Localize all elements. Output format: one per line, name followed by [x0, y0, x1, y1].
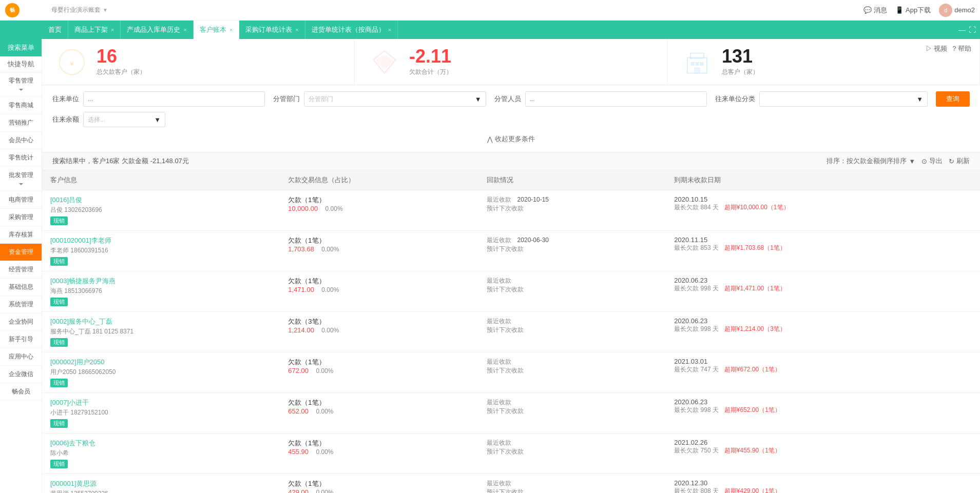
overdue-amount[interactable]: 超期¥10,000.00（1笔）: [724, 204, 790, 211]
tab-bar: 首页 商品上下架 × 产成品入库单历史 × 客户账本 × 采购订单统计表 × 进…: [0, 21, 980, 39]
receipt-info: 最近收款: [487, 277, 658, 285]
stat-info-3: 131 总客户（家）: [722, 47, 759, 76]
filter-row-1: 往来单位 分管部门 分管部门 ▼ 分管人员: [52, 91, 970, 107]
debt-amount[interactable]: 429.00: [288, 488, 309, 493]
sidebar-item-purchase[interactable]: 采购管理: [0, 209, 42, 226]
sidebar-item-member[interactable]: 会员中心: [0, 132, 42, 149]
stat-label-3: 总客户（家）: [722, 68, 759, 76]
tab-purchase-order[interactable]: 采购订单统计表 ×: [239, 21, 305, 39]
debt-percent: 0.00%: [321, 327, 339, 334]
dept-select[interactable]: 分管部门 ▼: [304, 91, 486, 107]
sort-selector[interactable]: 排序：按欠款金额倒序排序 ▼: [827, 156, 915, 166]
sidebar-item-operation[interactable]: 经营管理: [0, 261, 42, 279]
debt-amount[interactable]: 455.90: [288, 448, 309, 456]
refresh-btn[interactable]: ↻ 刷新: [949, 156, 970, 166]
customer-name-link[interactable]: [0007]小进干: [50, 398, 272, 407]
customer-name-link[interactable]: [0001020001]李老师: [50, 236, 272, 245]
category-select[interactable]: ▼: [759, 91, 928, 107]
collapse-btn[interactable]: ⋀ 收起更多条件: [487, 132, 535, 146]
app-download-btn[interactable]: 📱 App下载: [895, 6, 931, 15]
sidebar-item-retail-mgmt[interactable]: 零售管理: [0, 72, 42, 97]
balance-select[interactable]: 选择... ▼: [83, 112, 165, 127]
customer-tag: 现销: [50, 298, 68, 306]
industry-selector[interactable]: 母婴行业演示账套 ▼: [46, 6, 863, 14]
customer-name-link[interactable]: [000001]黄思源: [50, 479, 272, 488]
overdue-amount[interactable]: 超期¥652.00（1笔）: [724, 406, 781, 413]
supplier-input[interactable]: [83, 91, 265, 107]
tab-close-customer-account[interactable]: ×: [229, 27, 233, 33]
sidebar-item-marketing[interactable]: 营销推广: [0, 114, 42, 132]
sidebar-search[interactable]: 搜索菜单: [0, 39, 42, 56]
col-receipt: 回款情况: [478, 170, 666, 190]
overdue-amount[interactable]: 超期¥1,703.68（1笔）: [724, 244, 786, 251]
debt-amount[interactable]: 10,000.00: [288, 205, 318, 212]
debt-amount[interactable]: 1,214.00: [288, 326, 314, 334]
receipt-info: 最近收款: [487, 317, 658, 326]
debt-count: 欠款（3笔）: [288, 317, 470, 326]
debt-amount[interactable]: 1,471.00: [288, 286, 314, 293]
filter-category: 往来单位分类 ▼: [715, 91, 928, 107]
debt-amount[interactable]: 652.00: [288, 407, 309, 415]
customer-sub: 吕俊 13026203696: [50, 206, 272, 214]
next-receipt: 预计下次收款: [487, 447, 658, 456]
building-icon: [683, 48, 712, 76]
overdue-amount[interactable]: 超期¥455.90（1笔）: [724, 447, 781, 454]
main-area: 搜索菜单 快捷导航 零售管理 零售商城 营销推广 会员中心 零售统计 批发: [0, 39, 980, 493]
stat-label-1: 总欠款客户（家）: [97, 68, 146, 76]
tab-product-status[interactable]: 商品上下架 ×: [68, 21, 121, 39]
overdue-days: 最长欠款 750 天: [674, 447, 719, 454]
help-btn[interactable]: ? 帮助: [952, 44, 971, 53]
manager-input[interactable]: [525, 91, 707, 107]
overdue-amount[interactable]: 超期¥1,214.00（3笔）: [724, 325, 786, 332]
next-receipt: 预计下次收款: [487, 285, 658, 294]
content-area: ¥ 16 总欠款客户（家）: [42, 39, 980, 493]
customer-name-link[interactable]: [0006]去下粮仓: [50, 439, 272, 448]
receipt-info: 最近收款: [487, 479, 658, 488]
sidebar-item-basic-info[interactable]: 基础信息: [0, 279, 42, 296]
debt-count: 欠款（1笔）: [288, 358, 470, 367]
sidebar-item-enterprise[interactable]: 企业协同: [0, 313, 42, 331]
customer-name-link[interactable]: [0002]服务中心_丁磊: [50, 317, 272, 326]
sidebar-item-ecommerce[interactable]: 电商管理: [0, 191, 42, 209]
sidebar-item-guide[interactable]: 新手引导: [0, 331, 42, 348]
sidebar-item-app-center[interactable]: 应用中心: [0, 348, 42, 366]
tab-close-purchase-stats[interactable]: ×: [388, 27, 391, 33]
overdue-amount[interactable]: 超期¥1,471.00（1笔）: [724, 285, 786, 292]
tab-production-history[interactable]: 产成品入库单历史 ×: [121, 21, 193, 39]
sidebar-item-batch-mgmt[interactable]: 批发管理: [0, 167, 42, 191]
customer-name-link[interactable]: [0003]畅捷服务尹海燕: [50, 277, 272, 286]
search-button[interactable]: 查询: [936, 91, 970, 107]
export-btn[interactable]: ⊙ 导出: [921, 156, 943, 166]
top-right-actions: 💬 消息 📱 App下载 d demo2: [863, 4, 975, 17]
sidebar-item-vip[interactable]: 畅会员: [0, 383, 42, 401]
debt-amount[interactable]: 1,703.68: [288, 245, 314, 253]
table-row: [0003]畅捷服务尹海燕 海燕 18513066976 现销 欠款（1笔） 1…: [42, 271, 980, 312]
stat-info-2: -2.11 欠款合计（万）: [409, 47, 452, 76]
sidebar-item-retail-mall[interactable]: 零售商城: [0, 97, 42, 114]
tab-close-purchase-order[interactable]: ×: [295, 27, 298, 33]
tab-expand-btn[interactable]: ⛶: [969, 26, 976, 34]
tab-close-production-history[interactable]: ×: [183, 27, 186, 33]
customer-name-link[interactable]: [000002]用户2050: [50, 358, 272, 367]
view-video-btn[interactable]: ▷ 视频: [926, 44, 948, 53]
sidebar-item-retail-stats[interactable]: 零售统计: [0, 149, 42, 167]
debt-amount[interactable]: 672.00: [288, 367, 309, 374]
tab-customer-account[interactable]: 客户账本 ×: [194, 21, 239, 39]
overdue-amount[interactable]: 超期¥672.00（1笔）: [724, 366, 781, 373]
tab-close-product-status[interactable]: ×: [111, 27, 114, 33]
sidebar-item-inventory[interactable]: 库存核算: [0, 226, 42, 244]
sidebar-item-finance[interactable]: 资金管理: [0, 244, 42, 261]
svg-rect-8: [700, 62, 703, 66]
overdue-amount[interactable]: 超期¥429.00（1笔）: [724, 487, 781, 493]
sidebar-item-system[interactable]: 系统管理: [0, 296, 42, 313]
col-debt-info: 欠款交易信息（占比）: [280, 170, 478, 190]
message-btn[interactable]: 💬 消息: [863, 6, 887, 15]
sidebar-item-enterprise-wx[interactable]: 企业微信: [0, 366, 42, 383]
customer-name-link[interactable]: [0016]吕俊: [50, 195, 272, 205]
sidebar-quick-nav[interactable]: 快捷导航: [0, 56, 42, 72]
receipt-info: 最近收款: [487, 398, 658, 407]
tab-home[interactable]: 首页: [42, 21, 68, 39]
tab-purchase-stats[interactable]: 进货单统计表（按商品） ×: [305, 21, 398, 39]
tab-minimize-btn[interactable]: —: [958, 26, 966, 34]
user-avatar[interactable]: d demo2: [939, 4, 975, 17]
